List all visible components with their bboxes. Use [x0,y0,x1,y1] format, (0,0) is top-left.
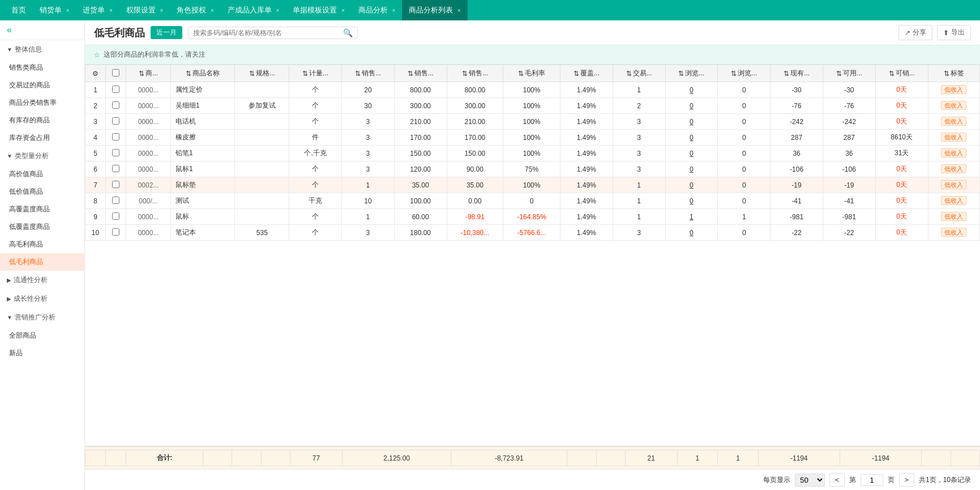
nav-purchase[interactable]: 进货单 × [76,0,119,20]
sidebar-item-category-rate[interactable]: 商品分类销售率 [0,94,84,112]
sidebar-section-overall[interactable]: ▼整体信息 [0,40,84,59]
sidebar-section-type[interactable]: ▼类型量分析 [0,147,84,165]
browse1-link[interactable]: 0 [690,181,694,189]
row-check[interactable] [112,117,119,125]
browse1-link[interactable]: 0 [690,229,694,237]
col-checkbox[interactable] [106,65,126,82]
time-filter-btn[interactable]: 近一月 [151,26,182,39]
sidebar-item-new-products[interactable]: 新品 [0,344,84,362]
row-checkbox[interactable] [106,209,126,225]
nav-product-analysis-list-close[interactable]: × [457,7,461,14]
col-available[interactable]: ⇅可用... [823,65,875,82]
col-tag[interactable]: ⇅标签 [928,65,979,82]
sidebar-item-low-margin[interactable]: 低毛利商品 [0,253,84,271]
col-settings[interactable]: ⚙ [85,65,106,82]
row-browse1[interactable]: 0 [665,114,718,130]
row-browse1[interactable]: 0 [665,177,718,193]
per-page-select[interactable]: 50 20 100 [795,474,825,487]
export-button[interactable]: ⬆ 导出 [937,25,971,40]
row-check[interactable] [112,228,119,236]
row-check[interactable] [112,197,119,204]
row-browse1[interactable]: 0 [665,130,718,146]
col-sales-price[interactable]: ⇅销售... [394,65,447,82]
nav-template-close[interactable]: × [341,7,345,14]
row-browse1[interactable]: 0 [665,161,718,177]
search-input[interactable] [193,29,343,37]
col-current[interactable]: ⇅现有... [771,65,823,82]
row-browse1[interactable]: 0 [665,225,718,241]
sidebar-item-high-value[interactable]: 高价值商品 [0,165,84,183]
col-spec[interactable]: ⇅规格... [235,65,289,82]
col-sellable[interactable]: ⇅可销... [875,65,928,82]
share-button[interactable]: ↗ 分享 [898,25,932,40]
row-checkbox[interactable] [106,146,126,161]
sidebar-item-traded-products[interactable]: 交易过的商品 [0,76,84,94]
next-page-btn[interactable]: ＞ [899,473,914,487]
browse1-link[interactable]: 1 [690,213,694,221]
row-browse1[interactable]: 0 [665,146,718,161]
col-sales-profit[interactable]: ⇅销售... [447,65,503,82]
row-browse1[interactable]: 0 [665,193,718,209]
sidebar-item-all-products[interactable]: 全部商品 [0,327,84,344]
page-input[interactable] [861,474,883,486]
nav-product-analysis-list[interactable]: 商品分析列表 × [402,0,467,20]
browse1-link[interactable]: 0 [690,118,694,126]
sidebar-item-high-coverage[interactable]: 高覆盖度商品 [0,201,84,218]
prev-page-btn[interactable]: ＜ [829,473,845,487]
col-browse2[interactable]: ⇅浏览... [718,65,771,82]
row-check[interactable] [112,101,119,109]
sidebar-section-marketing[interactable]: ▼营销推广分析 [0,308,84,327]
browse1-link[interactable]: 0 [690,150,694,157]
search-icon[interactable]: 🔍 [343,28,353,37]
nav-home[interactable]: 首页 [5,0,33,20]
col-unit[interactable]: ⇅计量... [289,65,342,82]
nav-template[interactable]: 单据模板设置 × [286,0,351,20]
sidebar-section-growth[interactable]: ▶成长性分析 [0,289,84,308]
nav-permissions[interactable]: 权限设置 × [119,0,170,20]
browse1-link[interactable]: 0 [690,134,694,142]
browse1-link[interactable]: 0 [690,86,694,94]
nav-product-entry[interactable]: 产成品入库单 × [221,0,286,20]
col-code[interactable]: ⇅商... [126,65,171,82]
nav-permissions-close[interactable]: × [160,7,164,14]
sidebar-item-low-value[interactable]: 低价值商品 [0,183,84,201]
row-checkbox[interactable] [106,114,126,130]
row-browse1[interactable]: 0 [665,82,718,98]
row-check[interactable] [112,86,119,93]
col-sales-qty[interactable]: ⇅销售... [341,65,394,82]
col-name[interactable]: ⇅商品名称 [171,65,235,82]
row-browse1[interactable]: 1 [665,209,718,225]
table-wrapper[interactable]: ⚙ ⇅商... ⇅商品名称 ⇅规格... ⇅计量... ⇅销售... ⇅销售..… [85,65,980,446]
row-check[interactable] [112,212,119,220]
row-check[interactable] [112,149,119,156]
browse1-link[interactable]: 0 [690,102,694,110]
row-check[interactable] [112,133,119,140]
col-trade[interactable]: ⇅交易... [613,65,665,82]
col-coverage[interactable]: ⇅覆盖... [560,65,613,82]
browse1-link[interactable]: 0 [690,197,694,205]
col-browse1[interactable]: ⇅浏览... [665,65,718,82]
row-check[interactable] [112,165,119,172]
row-check[interactable] [112,181,119,188]
col-gross-rate[interactable]: ⇅毛利率 [503,65,560,82]
row-checkbox[interactable] [106,82,126,98]
row-checkbox[interactable] [106,98,126,114]
sidebar-item-high-margin[interactable]: 高毛利商品 [0,236,84,253]
sidebar-collapse-btn[interactable]: « [5,23,14,37]
browse1-link[interactable]: 0 [690,165,694,173]
nav-purchase-close[interactable]: × [109,7,113,14]
sidebar-item-capital[interactable]: 库存资金占用 [0,129,84,147]
nav-sales-close[interactable]: × [66,7,70,14]
row-checkbox[interactable] [106,177,126,193]
sidebar-item-in-stock[interactable]: 有库存的商品 [0,112,84,129]
row-checkbox[interactable] [106,130,126,146]
select-all-checkbox[interactable] [112,69,119,76]
settings-icon[interactable]: ⚙ [92,70,99,78]
nav-role-auth[interactable]: 角色授权 × [170,0,220,20]
nav-product-analysis[interactable]: 商品分析 × [352,0,402,20]
nav-sales[interactable]: 销货单 × [33,0,76,20]
nav-product-analysis-close[interactable]: × [392,7,395,14]
row-checkbox[interactable] [106,161,126,177]
sidebar-item-low-coverage[interactable]: 低覆盖度商品 [0,218,84,236]
nav-product-entry-close[interactable]: × [276,7,280,14]
